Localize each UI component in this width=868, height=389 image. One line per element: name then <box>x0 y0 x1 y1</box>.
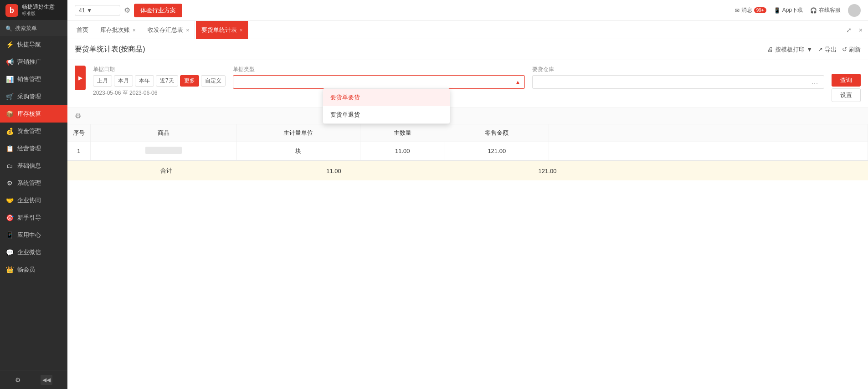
prev-month-btn[interactable]: 上月 <box>93 75 112 87</box>
sidebar-logo: b 畅捷通好生意 标准版 <box>0 0 67 21</box>
col-header-quantity: 主数量 <box>360 124 445 142</box>
type-filter-arrow-up[interactable]: ▲ <box>515 79 521 86</box>
tab-order-stats-label: 要货单统计表 <box>201 26 237 34</box>
export-btn[interactable]: ↗ 导出 <box>818 46 837 54</box>
tab-inventory-batch-label: 库存批次账 <box>100 26 130 34</box>
nav-label-6: 经营管理 <box>17 144 41 153</box>
print-btn[interactable]: 🖨 按模板打印 ▼ <box>767 46 812 54</box>
sidebar-collapse-icon[interactable]: ◀◀ <box>41 375 52 385</box>
user-avatar[interactable] <box>848 4 861 17</box>
nav-icon-3: 🛒 <box>5 93 14 100</box>
sidebar-item-畅会员[interactable]: 👑畅会员 <box>0 261 67 278</box>
online-service-btn[interactable]: 🎧 在线客服 <box>810 6 841 14</box>
tabs-expand-icon[interactable]: ⤢ <box>844 25 853 36</box>
app-download-icon: 📱 <box>774 7 781 14</box>
sidebar-item-企业协同[interactable]: 🤝企业协同 <box>0 192 67 209</box>
app-download-btn[interactable]: 📱 App下载 <box>774 6 803 14</box>
filter-expand-btn[interactable]: ▶ <box>75 66 86 90</box>
app-name-group: 畅捷通好生意 标准版 <box>22 4 55 17</box>
warehouse-filter-input-box[interactable]: … <box>532 75 824 89</box>
nav-label-13: 畅会员 <box>17 266 35 274</box>
date-filter-row: 上月 本月 本年 近7天 更多 自定义 <box>93 75 226 87</box>
message-btn[interactable]: ✉ 消息 99+ <box>735 6 766 14</box>
sidebar-item-基础信息[interactable]: 🗂基础信息 <box>0 157 67 174</box>
export-label: 导出 <box>825 46 837 54</box>
sidebar-item-新手引导[interactable]: 🎯新手引导 <box>0 209 67 226</box>
sidebar-nav: ⚡快捷导航📢营销推广📊销售管理🛒采购管理📦库存核算💰资金管理📋经营管理🗂基础信息… <box>0 36 67 370</box>
date-filter-label: 单据日期 <box>93 66 226 73</box>
tab-inventory-batch-close[interactable]: × <box>133 27 135 33</box>
sidebar-item-应用中心[interactable]: 📱应用中心 <box>0 226 67 244</box>
sidebar-item-库存核算[interactable]: 📦库存核算 <box>0 105 67 123</box>
app-logo-icon: b <box>5 4 18 17</box>
sidebar-settings-icon[interactable]: ⚙ <box>15 376 21 384</box>
sidebar: b 畅捷通好生意 标准版 🔍 搜索菜单 ⚡快捷导航📢营销推广📊销售管理🛒采购管理… <box>0 0 67 389</box>
tab-order-stats-close[interactable]: × <box>240 27 242 33</box>
current-year-btn[interactable]: 本年 <box>135 75 154 87</box>
footer-total-quantity: 11.00 <box>227 168 441 174</box>
sidebar-item-企业微信[interactable]: 💬企业微信 <box>0 244 67 261</box>
nav-label-0: 快捷导航 <box>17 41 41 49</box>
tabs-close-icon[interactable]: × <box>857 25 864 36</box>
query-button[interactable]: 查询 <box>832 74 861 87</box>
sidebar-item-营销推广[interactable]: 📢营销推广 <box>0 53 67 71</box>
custom-date-btn[interactable]: 自定义 <box>201 75 226 87</box>
sidebar-search[interactable]: 🔍 搜索菜单 <box>0 21 67 36</box>
tab-receive-summary[interactable]: 收发存汇总表 × <box>142 21 195 39</box>
table-footer: 合计 11.00 121.00 <box>67 160 868 180</box>
warehouse-more-dots[interactable]: … <box>809 78 820 86</box>
topbar-gear-icon[interactable]: ⚙ <box>124 6 130 15</box>
col-header-amount: 零售金额 <box>445 124 549 142</box>
tab-order-stats[interactable]: 要货单统计表 × <box>196 21 248 39</box>
cell-product <box>90 142 236 160</box>
sidebar-item-采购管理[interactable]: 🛒采购管理 <box>0 88 67 105</box>
nav-icon-1: 📢 <box>5 58 14 66</box>
sidebar-item-快捷导航[interactable]: ⚡快捷导航 <box>0 36 67 53</box>
sidebar-item-系统管理[interactable]: ⚙系统管理 <box>0 174 67 192</box>
online-service-label: 在线客服 <box>819 6 841 14</box>
table-area: ⚙ 序号 商品 主计量单位 主数量 零售金额 <box>67 108 868 160</box>
type-filter-input-box[interactable]: ▲ <box>233 75 525 89</box>
store-dropdown-arrow: ▼ <box>87 7 92 14</box>
sidebar-item-销售管理[interactable]: 📊销售管理 <box>0 71 67 88</box>
store-selector[interactable]: 41 ▼ <box>75 5 120 16</box>
dropdown-item-order[interactable]: 要货单要货 <box>323 89 450 106</box>
print-label: 按模板打印 <box>775 46 805 54</box>
warehouse-filter-label: 要货仓库 <box>532 66 824 73</box>
tabs-right: ⤢ × <box>844 25 864 36</box>
date-range-text: 2023-05-06 至 2023-06-06 <box>93 89 226 97</box>
nav-label-1: 营销推广 <box>17 58 41 66</box>
warehouse-filter-input[interactable] <box>536 79 809 86</box>
tab-receive-summary-label: 收发存汇总表 <box>148 26 183 34</box>
nav-icon-7: 🗂 <box>5 162 14 169</box>
recent-7days-btn[interactable]: 近7天 <box>156 75 178 87</box>
trial-button[interactable]: 体验行业方案 <box>134 4 182 17</box>
type-filter-input[interactable] <box>237 79 515 86</box>
nav-icon-4: 📦 <box>5 110 14 118</box>
print-arrow: ▼ <box>806 46 812 53</box>
page-title: 要货单统计表(按商品) <box>75 45 145 54</box>
refresh-btn[interactable]: ↺ 刷新 <box>842 46 861 54</box>
more-dates-btn[interactable]: 更多 <box>180 75 199 87</box>
sidebar-item-经营管理[interactable]: 📋经营管理 <box>0 140 67 157</box>
settings-button[interactable]: 设置 <box>832 88 861 102</box>
filter-bar: ▶ 单据日期 上月 本月 本年 近7天 更多 自定义 2023-05-06 <box>67 60 868 108</box>
tab-receive-summary-close[interactable]: × <box>186 27 189 33</box>
nav-icon-10: 🎯 <box>5 214 14 221</box>
current-month-btn[interactable]: 本月 <box>114 75 133 87</box>
sidebar-item-资金管理[interactable]: 💰资金管理 <box>0 123 67 140</box>
nav-label-10: 新手引导 <box>17 214 41 222</box>
refresh-label: 刷新 <box>849 46 861 54</box>
export-icon: ↗ <box>818 46 823 53</box>
nav-icon-11: 📱 <box>5 231 14 239</box>
dropdown-item-return[interactable]: 要货单退货 <box>323 106 450 123</box>
message-label: 消息 <box>741 6 752 14</box>
date-quick-btns: 上月 本月 本年 近7天 更多 自定义 <box>93 75 226 87</box>
nav-label-2: 销售管理 <box>17 75 41 83</box>
data-table: 序号 商品 主计量单位 主数量 零售金额 1 块 11.00 121.00 <box>67 124 868 160</box>
tab-inventory-batch[interactable]: 库存批次账 × <box>95 21 141 39</box>
table-gear-icon[interactable]: ⚙ <box>75 112 81 120</box>
message-badge: 99+ <box>754 7 766 13</box>
tab-home[interactable]: 首页 <box>71 26 94 34</box>
nav-icon-5: 💰 <box>5 128 14 135</box>
